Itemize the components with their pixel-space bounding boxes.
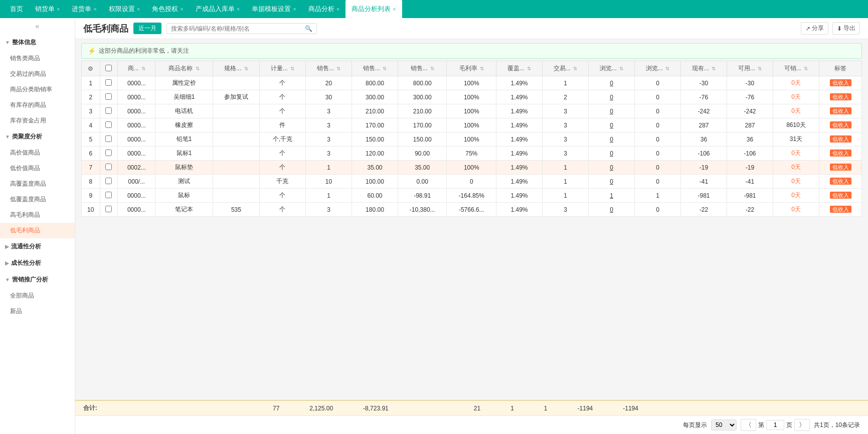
sidebar-item-high-coverage[interactable]: 高覆盖度商品 (0, 176, 75, 192)
nav-close-roles[interactable]: × (180, 6, 183, 12)
row-checkbox[interactable] (105, 79, 112, 86)
nav-close-product-entry[interactable]: × (237, 6, 240, 12)
period-button[interactable]: 近一月 (133, 23, 161, 34)
cell-name: 笔记本 (155, 203, 213, 217)
sidebar-item-category-rate[interactable]: 商品分类助销率 (0, 82, 75, 97)
sidebar-item-high-value[interactable]: 高价值商品 (0, 145, 75, 161)
sidebar-item-low-coverage[interactable]: 低覆盖度商品 (0, 192, 75, 207)
row-checkbox[interactable] (105, 150, 112, 156)
th-sale3[interactable]: 销售... ⇅ (398, 61, 446, 76)
sidebar-group-overview[interactable]: ▼ 整体信息 (0, 34, 75, 51)
cell-checkbox[interactable] (100, 90, 118, 104)
cell-saleable: 0天 (773, 203, 819, 217)
cell-browse1[interactable]: 0 (589, 90, 635, 104)
nav-item-product-entry[interactable]: 产成品入库单 × (190, 0, 246, 18)
sidebar-group-circulation[interactable]: ▶ 流通性分析 (0, 238, 75, 255)
sidebar-item-stock-capital[interactable]: 库存资金占用 (0, 113, 75, 128)
cell-spec (213, 161, 259, 175)
th-settings[interactable]: ⚙ (82, 61, 100, 76)
row-checkbox[interactable] (105, 121, 112, 128)
cell-checkbox[interactable] (100, 118, 118, 132)
th-cover-rate[interactable]: 覆盖... ⇅ (496, 61, 543, 76)
cell-browse1[interactable]: 0 (589, 76, 635, 90)
cell-checkbox[interactable] (100, 104, 118, 118)
export-button[interactable]: ⬇ 导出 (832, 22, 860, 35)
nav-item-roles[interactable]: 角色授权 × (146, 0, 189, 18)
sidebar-item-low-value[interactable]: 低价值商品 (0, 161, 75, 176)
th-unit[interactable]: 计量... ⇅ (259, 61, 305, 76)
cell-checkbox[interactable] (100, 76, 118, 90)
row-checkbox[interactable] (105, 93, 112, 100)
nav-item-analysis-list[interactable]: 商品分析列表 × (345, 0, 402, 18)
th-trade[interactable]: 交易... ⇅ (543, 61, 589, 76)
nav-close-purchase[interactable]: × (93, 6, 96, 12)
th-name[interactable]: 商品名称 ⇅ (155, 61, 213, 76)
nav-item-purchase[interactable]: 进货单 × (66, 0, 102, 18)
th-stock[interactable]: 现有... ⇅ (681, 61, 727, 76)
sidebar-item-all-products[interactable]: 全部商品 (0, 288, 75, 304)
cell-browse1[interactable]: 0 (589, 118, 635, 132)
per-page-select[interactable]: 50 100 200 (711, 419, 737, 430)
nav-item-permissions[interactable]: 权限设置 × (103, 0, 146, 18)
next-page-btn[interactable]: 〉 (794, 419, 810, 431)
cell-sale3: 35.00 (398, 161, 446, 175)
nav-close-analysis-list[interactable]: × (393, 6, 396, 12)
nav-item-home[interactable]: 首页 (4, 0, 29, 18)
nav-close-template[interactable]: × (293, 6, 296, 12)
row-checkbox[interactable] (105, 206, 112, 212)
th-saleable[interactable]: 可销... ⇅ (773, 61, 819, 76)
cell-checkbox[interactable] (100, 203, 118, 217)
th-code[interactable]: 商... ⇅ (118, 61, 155, 76)
cell-browse1[interactable]: 1 (589, 189, 635, 203)
cell-checkbox[interactable] (100, 161, 118, 175)
cell-browse1[interactable]: 0 (589, 104, 635, 118)
sidebar-item-traded-products[interactable]: 交易过的商品 (0, 66, 75, 82)
th-sale1[interactable]: 销售... ⇅ (305, 61, 352, 76)
sidebar-item-stocked-products[interactable]: 有库存的商品 (0, 97, 75, 113)
row-checkbox[interactable] (105, 192, 112, 198)
top-nav: 首页 销货单 × 进货单 × 权限设置 × 角色授权 × 产成品入库单 × 单据… (0, 0, 868, 18)
search-input[interactable] (171, 25, 305, 32)
page-input[interactable] (766, 420, 784, 430)
select-all-checkbox[interactable] (105, 65, 112, 71)
th-gross-rate[interactable]: 毛利率 ⇅ (447, 61, 496, 76)
cell-checkbox[interactable] (100, 147, 118, 161)
nav-close-product-analysis[interactable]: × (336, 6, 339, 12)
share-button[interactable]: ↗ 分享 (801, 22, 828, 35)
th-sale2[interactable]: 销售... ⇅ (352, 61, 398, 76)
table-container[interactable]: ⚙ 商... ⇅ 商品名称 ⇅ 规格... ⇅ 计量... ⇅ 销售... ⇅ … (75, 61, 868, 400)
sidebar-item-low-margin[interactable]: 低毛利商品 (0, 223, 75, 238)
sidebar-item-sales-products[interactable]: 销售类商品 (0, 51, 75, 66)
th-browse2[interactable]: 浏览... ⇅ (635, 61, 681, 76)
row-checkbox[interactable] (105, 107, 112, 114)
sidebar-collapse-btn[interactable]: « (0, 18, 75, 34)
th-browse1[interactable]: 浏览... ⇅ (589, 61, 635, 76)
sidebar-group-marketing[interactable]: ▼ 营销推广分析 (0, 271, 75, 288)
sidebar-item-new-products[interactable]: 新品 (0, 304, 75, 319)
cell-checkbox[interactable] (100, 175, 118, 189)
search-icon[interactable]: 🔍 (305, 25, 312, 32)
total-pages-label: 共1页，10条记录 (814, 421, 860, 429)
nav-item-template[interactable]: 单据模板设置 × (246, 0, 302, 18)
th-avail[interactable]: 可用... ⇅ (727, 61, 773, 76)
sidebar-group-growth[interactable]: ▶ 成长性分析 (0, 255, 75, 271)
cell-browse1[interactable]: 0 (589, 175, 635, 189)
nav-close-sales[interactable]: × (57, 6, 60, 12)
row-checkbox[interactable] (105, 135, 112, 142)
cell-checkbox[interactable] (100, 132, 118, 147)
nav-close-permissions[interactable]: × (137, 6, 140, 12)
cell-checkbox[interactable] (100, 189, 118, 203)
nav-item-sales[interactable]: 销货单 × (29, 0, 66, 18)
cell-browse1[interactable]: 0 (589, 203, 635, 217)
prev-page-btn[interactable]: 〈 (741, 419, 756, 431)
th-spec[interactable]: 规格... ⇅ (213, 61, 259, 76)
cell-browse1[interactable]: 0 (589, 161, 635, 175)
cell-browse1[interactable]: 0 (589, 147, 635, 161)
nav-item-product-analysis[interactable]: 商品分析 × (302, 0, 345, 18)
sidebar-item-high-margin[interactable]: 高毛利商品 (0, 207, 75, 223)
sidebar-group-cluster[interactable]: ▼ 类聚度分析 (0, 128, 75, 145)
row-checkbox[interactable] (105, 164, 112, 170)
cell-unit: 件 (259, 118, 305, 132)
row-checkbox[interactable] (105, 178, 112, 184)
cell-browse1[interactable]: 0 (589, 132, 635, 147)
